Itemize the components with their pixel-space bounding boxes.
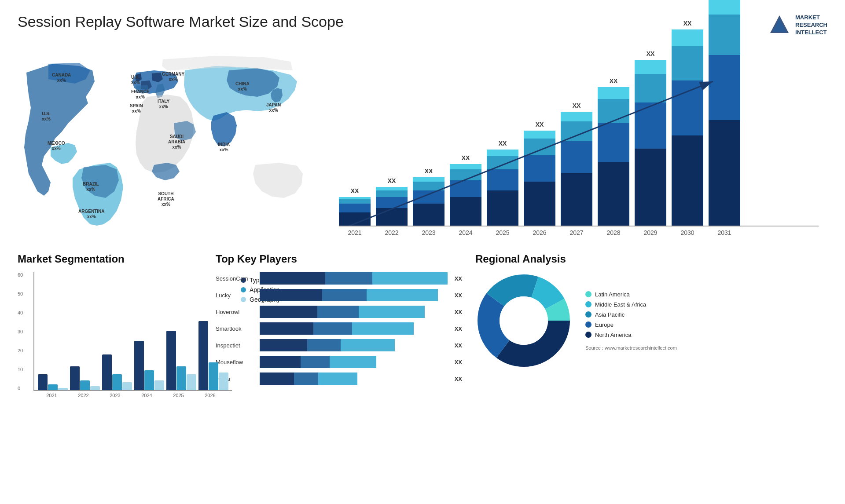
map-label-mexico: MEXICOxx% [48, 141, 65, 151]
player-sessioncam: SessionCam XX [216, 272, 462, 285]
segmentation-title: Market Segmentation [18, 253, 202, 265]
map-label-india: INDIAxx% [218, 142, 230, 153]
dot-north-america [585, 332, 592, 338]
growth-bars: XX XX [339, 77, 819, 226]
dot-asia-pacific [585, 311, 592, 318]
regional-title: Regional Analysis [475, 253, 827, 265]
label-north-america: North America [595, 332, 631, 338]
growth-chart-section: XX XX [334, 46, 827, 240]
bar-2029: XX [635, 60, 666, 226]
main-content: CANADAxx% U.S.xx% MEXICOxx% BRAZILxx% AR… [18, 46, 827, 398]
map-section: CANADAxx% U.S.xx% MEXICOxx% BRAZILxx% AR… [18, 46, 317, 240]
legend-latin-america: Latin America [585, 291, 677, 298]
players-title: Top Key Players [216, 253, 462, 265]
bar-2028: XX [598, 87, 629, 226]
player-hoverowl: Hoverowl XX [216, 306, 462, 318]
seg-bar-2026 [198, 321, 228, 390]
label-latin-america: Latin America [595, 291, 630, 298]
bar-2031: XX [709, 0, 740, 226]
map-label-spain: SPAINxx% [130, 103, 143, 114]
player-lucky: Lucky XX [216, 289, 462, 301]
map-label-argentina: ARGENTINAxx% [78, 209, 104, 219]
label-middle-east: Middle East & Africa [595, 301, 646, 308]
map-label-japan: JAPANxx% [266, 102, 281, 113]
label-europe: Europe [595, 321, 614, 328]
seg-x-labels: 2021 2022 2023 2024 2025 2026 [33, 393, 232, 398]
page-header: Session Replay Software Market Size and … [18, 13, 827, 37]
bar-2022: XX [376, 187, 408, 226]
donut-container: Latin America Middle East & Africa Asia … [475, 272, 827, 369]
label-asia-pacific: Asia Pacific [595, 311, 625, 318]
logo-text: MARKETRESEARCHINTELLECT [795, 14, 827, 37]
growth-chart: XX XX [339, 51, 819, 235]
regional-legend: Latin America Middle East & Africa Asia … [585, 291, 677, 351]
bar-2024: XX [450, 164, 481, 226]
bar-2026: XX [524, 131, 555, 226]
map-label-us: U.S.xx% [42, 111, 51, 122]
logo-icon [768, 13, 792, 37]
bar-2027: XX [561, 112, 592, 226]
bar-2023: XX [413, 177, 445, 226]
map-label-china: CHINAxx% [235, 81, 250, 92]
seg-bar-2023 [102, 354, 132, 390]
players-section: Top Key Players SessionCam XX Lucky [216, 253, 462, 398]
segmentation-section: Market Segmentation 60 50 40 30 20 10 0 [18, 253, 202, 398]
map-label-france: FRANCExx% [131, 89, 150, 100]
map-label-saudi: SAUDIARABIAxx% [168, 134, 185, 150]
bar-2030: XX [672, 29, 703, 226]
dot-europe [585, 321, 592, 328]
dot-latin-america [585, 291, 592, 297]
legend-middle-east: Middle East & Africa [585, 301, 677, 308]
seg-bar-2022 [70, 366, 100, 390]
map-label-germany: GERMANYxx% [162, 72, 184, 82]
player-smartlook: Smartlook XX [216, 322, 462, 335]
bar-2025: XX [487, 150, 518, 226]
dot-middle-east [585, 301, 592, 307]
map-label-south-africa: SOUTHAFRICAxx% [158, 191, 174, 207]
bottom-grid: Market Segmentation 60 50 40 30 20 10 0 [18, 253, 827, 398]
donut-chart [475, 272, 572, 369]
map-label-canada: CANADAxx% [52, 73, 71, 83]
seg-bar-2025 [166, 331, 196, 390]
legend-asia-pacific: Asia Pacific [585, 311, 677, 318]
bar-2021: XX [339, 197, 371, 226]
seg-bar-2021 [38, 374, 68, 390]
map-label-italy: ITALYxx% [158, 99, 169, 110]
world-map: CANADAxx% U.S.xx% MEXICOxx% BRAZILxx% AR… [18, 46, 317, 231]
player-mouseflow: Mouseflow XX [216, 356, 462, 368]
seg-bars-container [33, 272, 232, 391]
map-label-uk: U.K.xx% [131, 75, 140, 85]
page-title: Session Replay Software Market Size and … [18, 13, 344, 30]
svg-point-9 [500, 296, 548, 345]
player-inspectlet: Inspectlet XX [216, 339, 462, 351]
logo: MARKETRESEARCHINTELLECT [768, 13, 827, 37]
source-text: Source : www.marketresearchintellect.com [585, 345, 677, 351]
legend-europe: Europe [585, 321, 677, 328]
players-list: SessionCam XX Lucky [216, 272, 462, 385]
seg-bar-2024 [134, 341, 164, 390]
growth-x-labels: 2021 2022 2023 2024 2025 2026 2027 2028 … [339, 229, 819, 236]
player-hotjar: Hotjar XX [216, 373, 462, 385]
map-label-brazil: BRAZILxx% [83, 182, 99, 192]
regional-section: Regional Analysis [475, 253, 827, 398]
legend-north-america: North America [585, 332, 677, 338]
